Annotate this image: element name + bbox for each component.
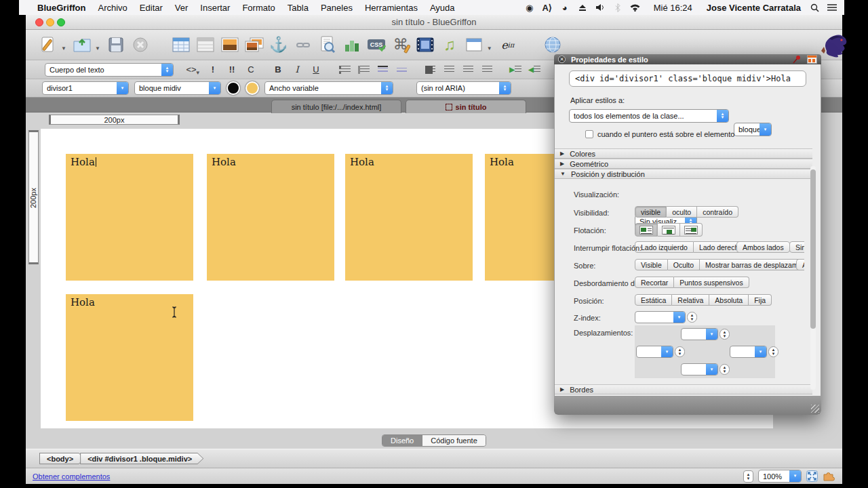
breadcrumb-div[interactable]: <div #divisor1 .bloque.midiv> bbox=[80, 453, 203, 464]
align-justify-icon[interactable] bbox=[479, 63, 495, 77]
source-view-button[interactable]: Código fuente bbox=[422, 435, 486, 446]
menu-tabla[interactable]: Tabla bbox=[281, 3, 315, 13]
outdent-icon[interactable]: ◀ bbox=[526, 63, 542, 77]
frame-icon[interactable] bbox=[464, 35, 484, 55]
panel-vertical-scrollbar[interactable] bbox=[810, 166, 816, 390]
text-overflow-clip-button[interactable]: Recortar bbox=[635, 277, 674, 288]
preview-icon[interactable] bbox=[317, 35, 338, 55]
input-source-icon[interactable]: A⟩ bbox=[542, 2, 553, 13]
paragraph-format-select[interactable]: Cuerpo del texto ▲▼ bbox=[45, 63, 174, 77]
element-id-select[interactable]: divisor1 ▼ bbox=[42, 81, 129, 95]
new-document-dropdown[interactable]: ▼ bbox=[61, 45, 66, 52]
anchor-icon[interactable]: ⚓ bbox=[269, 35, 289, 55]
zoom-stepper[interactable]: ▲▼ bbox=[743, 470, 753, 483]
stop-icon[interactable] bbox=[130, 35, 151, 55]
fullscreen-icon[interactable] bbox=[806, 470, 818, 482]
design-view-button[interactable]: Diseño bbox=[382, 435, 422, 446]
frame-dropdown[interactable]: ▼ bbox=[487, 45, 492, 52]
numbered-list-icon[interactable] bbox=[355, 63, 372, 77]
insert-image-icon[interactable] bbox=[220, 35, 240, 55]
offset-top-select[interactable]: ▼ bbox=[681, 328, 718, 340]
audio-icon[interactable]: ♫ bbox=[439, 35, 460, 55]
offset-right-select[interactable]: ▼ bbox=[730, 346, 767, 358]
element-class-select[interactable]: bloque midiv ▼ bbox=[134, 81, 221, 95]
menu-archivo[interactable]: Archivo bbox=[92, 3, 134, 13]
user-menu[interactable]: Jose Vicente Carratala bbox=[705, 3, 802, 13]
text-color-swatch[interactable] bbox=[226, 81, 240, 95]
new-document-icon[interactable] bbox=[38, 35, 58, 55]
offset-bottom-select[interactable]: ▼ bbox=[681, 363, 718, 375]
overflow-scroll-button[interactable]: Mostrar barras de desplazamiento bbox=[700, 259, 804, 270]
clock[interactable]: Mié 16:24 bbox=[648, 3, 698, 13]
emphasis-button[interactable]: ! bbox=[205, 63, 221, 77]
bullet-list-icon[interactable] bbox=[336, 63, 353, 77]
clear-left-button[interactable]: Lado izquierdo bbox=[635, 241, 694, 253]
tab-document-2-active[interactable]: sin título bbox=[406, 100, 526, 113]
css-icon[interactable]: CSS bbox=[366, 35, 387, 55]
underline-button[interactable]: U bbox=[308, 63, 324, 77]
vertical-ruler[interactable]: 200px bbox=[28, 130, 39, 264]
bluetooth-icon[interactable] bbox=[612, 2, 623, 13]
math-icon[interactable]: eiπ bbox=[498, 35, 518, 55]
overflow-hidden-button[interactable]: Oculto bbox=[668, 259, 700, 270]
browser-preview-icon[interactable] bbox=[542, 35, 563, 55]
insert-form-icon[interactable] bbox=[195, 35, 216, 55]
zoom-window-button[interactable] bbox=[57, 18, 65, 26]
zindex-select[interactable]: ▼ bbox=[635, 311, 686, 323]
eject-icon[interactable] bbox=[577, 2, 588, 13]
window-titlebar[interactable]: sin título - BlueGriffon bbox=[26, 15, 842, 30]
minimize-window-button[interactable] bbox=[46, 18, 54, 26]
italic-button[interactable]: I bbox=[289, 63, 305, 77]
offset-bottom-stepper[interactable]: ▲▼ bbox=[719, 364, 730, 375]
menu-ver[interactable]: Ver bbox=[169, 3, 195, 13]
position-relative-button[interactable]: Relativa bbox=[672, 294, 709, 306]
menu-herramientas[interactable]: Herramientas bbox=[359, 3, 424, 13]
div-block-3[interactable]: Hola bbox=[345, 154, 473, 281]
offset-left-select[interactable]: ▼ bbox=[636, 346, 673, 358]
notification-center-icon[interactable] bbox=[827, 2, 837, 13]
float-right-button[interactable] bbox=[680, 223, 703, 237]
addons-puzzle-icon[interactable] bbox=[823, 470, 835, 482]
cite-button[interactable]: C bbox=[243, 63, 259, 77]
get-addons-link[interactable]: Obtener complementos bbox=[33, 472, 110, 481]
menu-insertar[interactable]: Insertar bbox=[194, 3, 236, 13]
wifi-icon[interactable] bbox=[630, 2, 641, 13]
insert-table-icon[interactable] bbox=[171, 35, 191, 55]
tab-document-1[interactable]: sin título [file:/.../index.html] bbox=[271, 100, 401, 113]
volume-icon[interactable] bbox=[595, 2, 606, 13]
record-icon[interactable]: ◉ bbox=[524, 2, 535, 13]
offset-left-stepper[interactable]: ▲▼ bbox=[675, 346, 685, 357]
spotlight-search-icon[interactable] bbox=[809, 2, 820, 13]
save-icon[interactable] bbox=[106, 35, 126, 55]
position-absolute-button[interactable]: Absoluta bbox=[709, 294, 749, 306]
align-right-icon[interactable] bbox=[460, 63, 476, 77]
apply-target-select[interactable]: todos los elementos de la clase... ▲▼ bbox=[569, 109, 729, 123]
div-block-1[interactable]: Hola bbox=[66, 154, 193, 281]
overflow-visible-button[interactable]: Visible bbox=[635, 259, 668, 270]
clear-none-button[interactable]: Sin limp bbox=[789, 241, 804, 253]
clear-both-button[interactable]: Ambos lados bbox=[736, 241, 790, 253]
creative-cloud-icon[interactable]: ◕ bbox=[559, 2, 570, 13]
div-block-2[interactable]: Hola bbox=[207, 154, 334, 281]
indent-icon[interactable]: ▶ bbox=[507, 63, 524, 77]
section-posicion[interactable]: ▼ Posición y distribución bbox=[555, 169, 812, 179]
align-center-icon[interactable] bbox=[441, 63, 457, 77]
paragraph-above-icon[interactable] bbox=[374, 63, 391, 77]
panel-header[interactable]: ✕ Propiedades de estilo bbox=[554, 54, 821, 64]
float-none-button[interactable] bbox=[658, 223, 680, 237]
open-file-dropdown[interactable]: ▼ bbox=[95, 45, 100, 52]
bold-button[interactable]: B bbox=[270, 63, 286, 77]
offset-top-stepper[interactable]: ▲▼ bbox=[719, 329, 730, 340]
text-overflow-ellipsis-button[interactable]: Puntos suspensivos bbox=[674, 277, 749, 288]
menu-editar[interactable]: Editar bbox=[134, 3, 169, 13]
menu-formato[interactable]: Formato bbox=[236, 3, 281, 13]
close-window-button[interactable] bbox=[35, 18, 43, 26]
visibility-oculto-button[interactable]: oculto bbox=[667, 206, 697, 218]
hover-checkbox[interactable] bbox=[585, 130, 593, 138]
zindex-stepper[interactable]: ▲▼ bbox=[687, 312, 697, 323]
code-button[interactable]: <>▼ bbox=[186, 63, 202, 77]
strong-button[interactable]: !! bbox=[224, 63, 240, 77]
section-geometrico[interactable]: ▶ Geométrico bbox=[555, 159, 812, 169]
resize-grip[interactable] bbox=[811, 405, 819, 413]
panel-dock-icon[interactable] bbox=[807, 55, 817, 64]
